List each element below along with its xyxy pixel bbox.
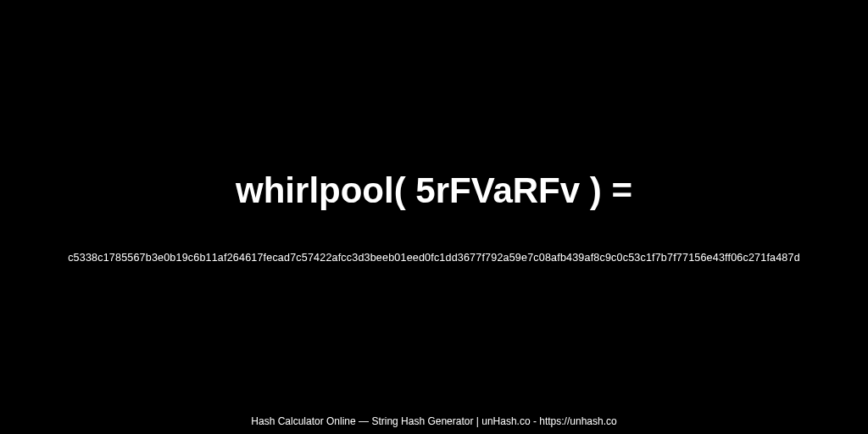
hash-expression: whirlpool( 5rFVaRFv ) = — [236, 170, 632, 211]
footer-text: Hash Calculator Online — String Hash Gen… — [0, 415, 868, 427]
main-content: whirlpool( 5rFVaRFv ) = c5338c1785567b3e… — [0, 0, 868, 434]
hash-output: c5338c1785567b3e0b19c6b11af264617fecad7c… — [68, 252, 800, 264]
